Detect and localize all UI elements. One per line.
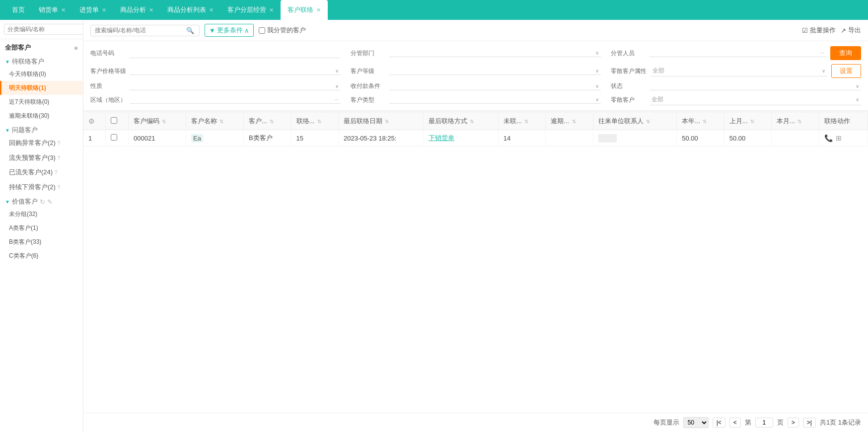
batch-operation-btn[interactable]: ☑ 批量操作 <box>802 26 836 35</box>
nav-customer-tier[interactable]: 客户分层经营 ✕ <box>220 0 281 20</box>
refresh-icon[interactable]: ↻ <box>40 198 45 206</box>
filter-retail-attr-row: 零散客户属性 全部 ∨ 设置 <box>611 64 861 78</box>
phone-action-icon[interactable]: 📞 <box>824 134 833 142</box>
sidebar-item-repurchase[interactable]: 回购异常客户(2) ? <box>0 136 83 150</box>
page-input[interactable] <box>755 418 773 428</box>
top-nav: 首页 销货单 ✕ 进货单 ✕ 商品分析 ✕ 商品分析列表 ✕ 客户分层经营 ✕ … <box>0 0 868 20</box>
payment-chevron-icon: ∨ <box>595 83 599 89</box>
dept-select[interactable]: ∨ <box>389 49 601 57</box>
table-wrap: ⚙ 客户编码 ⇅ 客户名称 ⇅ 客户... ⇅ <box>83 113 868 413</box>
grid-action-icon[interactable]: ⊞ <box>836 134 842 142</box>
manager-label: 分管人员 <box>611 49 646 58</box>
prev-page-btn[interactable]: < <box>729 418 741 428</box>
sidebar-search-input[interactable] <box>4 24 83 35</box>
sidebar-item-lost[interactable]: 已流失客户(24) ? <box>0 165 83 180</box>
gender-select[interactable]: ∨ <box>129 82 341 90</box>
col-last-contact-method[interactable]: 最后联络方式 ⇅ <box>423 113 498 130</box>
sort-year-icon: ⇅ <box>703 119 707 124</box>
col-name[interactable]: 客户名称 ⇅ <box>186 113 244 130</box>
close-purchase-icon[interactable]: ✕ <box>102 7 106 13</box>
col-gear[interactable]: ⚙ <box>83 113 106 130</box>
area-select[interactable]: ··· <box>130 96 341 104</box>
col-code[interactable]: 客户编码 ⇅ <box>129 113 186 130</box>
row-select-checkbox[interactable] <box>111 134 117 141</box>
close-sales-icon[interactable]: ✕ <box>61 7 66 13</box>
nav-customer-contact[interactable]: 客户联络 ✕ <box>281 0 328 20</box>
row-last-contact-method: 下销货单 <box>423 130 498 146</box>
phone-input-wrap[interactable] <box>129 49 341 58</box>
row-contact: 15 <box>291 130 339 146</box>
row-no-contact: 14 <box>498 130 546 146</box>
sidebar-item-today[interactable]: 今天待联络(0) <box>0 67 83 81</box>
chevron-icon: ∧ <box>244 27 249 34</box>
ctype-select[interactable]: ∨ <box>389 96 601 104</box>
my-customers-checkbox[interactable] <box>259 27 265 34</box>
sidebar-item-overdue[interactable]: 逾期未联络(30) <box>0 109 83 123</box>
col-this-year[interactable]: 本年... ⇅ <box>677 113 724 130</box>
manager-select[interactable]: ··· <box>650 49 826 57</box>
payment-select[interactable]: ∨ <box>389 82 601 90</box>
col-last-contact-date[interactable]: 最后联络日期 ⇅ <box>339 113 424 130</box>
nav-product-list[interactable]: 商品分析列表 ✕ <box>160 0 220 20</box>
retail-select[interactable]: 全部 ∨ <box>650 94 861 105</box>
phone-input[interactable] <box>129 50 341 57</box>
edit-icon[interactable]: ✎ <box>47 198 53 206</box>
right-actions: ☑ 批量操作 ↗ 导出 <box>802 26 861 35</box>
export-icon: ↗ <box>841 27 846 34</box>
select-all-checkbox[interactable] <box>111 117 117 124</box>
export-btn[interactable]: ↗ 导出 <box>841 26 861 35</box>
col-contact[interactable]: 联络... ⇅ <box>291 113 339 130</box>
first-page-btn[interactable]: |< <box>713 418 725 428</box>
table-row: 1 000021 Ea B类客户 15 2023-05-23 18:25: 下销… <box>83 130 868 146</box>
contact-method-link[interactable]: 下销货单 <box>429 134 454 142</box>
row-type: B类客户 <box>243 130 291 146</box>
nav-product-analysis[interactable]: 商品分析 ✕ <box>113 0 160 20</box>
nav-sales[interactable]: 销货单 ✕ <box>32 0 72 20</box>
level-select[interactable]: ∨ <box>389 67 601 75</box>
nav-home[interactable]: 首页 <box>5 0 32 20</box>
query-button[interactable]: 查询 <box>830 46 861 60</box>
filter-area-row: 区域（地区） ··· <box>90 94 341 105</box>
reset-button[interactable]: 设置 <box>831 64 861 78</box>
filter-price-row: 客户价格等级 ∨ <box>90 64 341 78</box>
next-page-btn[interactable]: > <box>788 418 799 428</box>
sidebar-item-a-class[interactable]: A类客户(1) <box>0 221 83 235</box>
close-customer-tier-icon[interactable]: ✕ <box>269 7 274 13</box>
col-overdue[interactable]: 逾期... ⇅ <box>546 113 593 130</box>
value-group-title: 价值客户 ↻ ✎ <box>0 194 83 207</box>
col-this-month[interactable]: 本月... ⇅ <box>772 113 819 130</box>
collapse-icon[interactable]: « <box>74 44 78 52</box>
search-input[interactable] <box>95 27 184 34</box>
sidebar-item-b-class[interactable]: B类客户(33) <box>0 235 83 249</box>
col-unit-contact[interactable]: 往来单位联系人 ⇅ <box>593 113 676 130</box>
last-page-btn[interactable]: >| <box>803 418 816 428</box>
sidebar-item-ungrouped[interactable]: 未分组(32) <box>0 207 83 221</box>
filter-icon: ▼ <box>209 27 216 34</box>
sidebar-item-7days[interactable]: 近7天待联络(0) <box>0 95 83 109</box>
more-conditions-btn[interactable]: ▼ 更多条件 ∧ <box>205 24 254 37</box>
per-page-select[interactable]: 50 100 200 <box>683 417 709 428</box>
status-select[interactable]: ∨ <box>650 82 861 90</box>
row-overdue <box>546 130 593 146</box>
sidebar-item-c-class[interactable]: C类客户(6) <box>0 249 83 263</box>
col-type[interactable]: 客户... ⇅ <box>243 113 291 130</box>
nav-purchase[interactable]: 进货单 ✕ <box>72 0 113 20</box>
close-customer-contact-icon[interactable]: ✕ <box>316 7 321 13</box>
search-icon[interactable]: 🔍 <box>186 27 194 34</box>
sort-nocontact-icon: ⇅ <box>524 119 528 124</box>
col-no-contact[interactable]: 未联... ⇅ <box>498 113 546 130</box>
gender-label: 性质 <box>90 82 125 90</box>
price-select[interactable]: ∨ <box>130 67 341 75</box>
retail-attr-label: 零散客户属性 <box>611 67 647 75</box>
ctype-label: 客户类型 <box>351 96 385 104</box>
price-chevron-icon: ∨ <box>335 68 339 73</box>
close-product-analysis-icon[interactable]: ✕ <box>149 7 153 13</box>
manager-more-icon: ··· <box>820 50 824 56</box>
col-last-month[interactable]: 上月... ⇅ <box>724 113 772 130</box>
sidebar-item-declining[interactable]: 持续下滑客户(2) ? <box>0 180 83 195</box>
sidebar-item-tomorrow[interactable]: 明天待联络(1) <box>0 81 83 95</box>
sidebar-item-lostwarning[interactable]: 流失预警客户(3) ? <box>0 150 83 165</box>
retail-attr-select[interactable]: 全部 ∨ <box>651 66 827 76</box>
close-product-list-icon[interactable]: ✕ <box>209 7 214 13</box>
row-this-month <box>772 130 819 146</box>
